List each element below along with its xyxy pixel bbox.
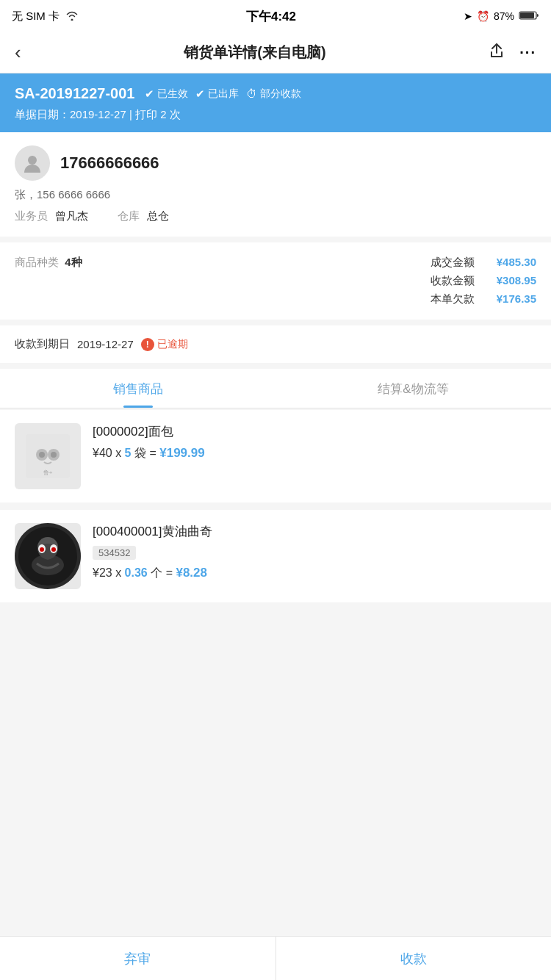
- status-badges: ✔ 已生效 ✔ 已出库 ⏱ 部分收款: [145, 87, 301, 101]
- tabs-row: 销售商品 结算&物流等: [0, 369, 551, 408]
- svg-point-7: [51, 452, 57, 458]
- check-icon-2: ✔: [195, 87, 205, 101]
- nav-actions: ···: [489, 43, 536, 62]
- collect-payment-button[interactable]: 收款: [276, 937, 552, 980]
- customer-details: 业务员 曾凡杰 仓库 总仓: [15, 209, 536, 223]
- order-number: SA-20191227-001: [15, 85, 134, 102]
- customer-contact: 张，156 6666 6666: [15, 188, 536, 202]
- product-sku-2: 534532: [93, 546, 136, 560]
- bottom-bar: 弃审 收款: [0, 936, 551, 980]
- received-row: 收款金额 ¥308.95: [431, 274, 536, 288]
- due-section: 收款到期日 2019-12-27 ! 已逾期: [0, 325, 551, 363]
- sales-detail: 业务员 曾凡杰: [15, 209, 88, 223]
- customer-section: 17666666666 张，156 6666 6666 业务员 曾凡杰 仓库 总…: [0, 132, 551, 237]
- check-icon-1: ✔: [145, 87, 154, 101]
- product-list: 鲁+ [0000002]面包 ¥40 x 5 袋 = ¥199.99: [0, 410, 551, 661]
- location-icon: ➤: [464, 10, 472, 22]
- status-badge-shipped: ✔ 已出库: [195, 87, 239, 101]
- product-total-1: ¥199.99: [159, 446, 204, 460]
- product-info-2: [000400001]黄油曲奇 534532 ¥23 x 0.36 个 = ¥8…: [93, 523, 536, 581]
- product-total-2: ¥8.28: [176, 566, 207, 580]
- stats-section: 商品种类 4种 成交金额 ¥485.30 收款金额 ¥308.95 本单欠款 ¥…: [0, 242, 551, 320]
- order-meta: 单据日期：2019-12-27 | 打印 2 次: [15, 108, 536, 122]
- svg-point-15: [51, 547, 56, 552]
- svg-point-6: [39, 452, 45, 458]
- sales-name: 曾凡杰: [55, 209, 88, 222]
- tab-settlement[interactable]: 结算&物流等: [276, 369, 551, 408]
- transaction-label: 成交金额: [431, 256, 475, 270]
- stats-left: 商品种类 4种: [15, 256, 82, 306]
- status-time: 下午4:42: [246, 8, 296, 25]
- customer-avatar: [15, 145, 50, 181]
- stats-right: 成交金额 ¥485.30 收款金额 ¥308.95 本单欠款 ¥176.35: [431, 256, 536, 306]
- alarm-icon: ⏰: [477, 10, 489, 22]
- sim-status: 无 SIM 卡: [12, 10, 60, 24]
- overdue-badge: ! 已逾期: [141, 338, 188, 351]
- product-item-2: [000400001]黄油曲奇 534532 ¥23 x 0.36 个 = ¥8…: [0, 510, 551, 602]
- product-thumbnail-2: [15, 523, 81, 589]
- svg-rect-1: [520, 12, 534, 18]
- product-price-1: ¥40 x 5 袋 = ¥199.99: [93, 446, 536, 461]
- transaction-value: ¥485.30: [497, 256, 536, 270]
- due-label: 收款到期日: [15, 337, 70, 351]
- status-badge-effective: ✔ 已生效: [145, 87, 188, 101]
- product-price-2: ¥23 x 0.36 个 = ¥8.28: [93, 566, 536, 581]
- svg-point-2: [28, 156, 37, 165]
- svg-text:鲁+: 鲁+: [43, 469, 53, 476]
- product-name-1: [0000002]面包: [93, 423, 536, 440]
- product-name-2: [000400001]黄油曲奇: [93, 523, 536, 540]
- wifi-icon: [65, 10, 79, 23]
- more-icon[interactable]: ···: [519, 44, 536, 61]
- received-value: ¥308.95: [497, 274, 536, 288]
- svg-point-14: [40, 547, 44, 552]
- customer-id: 17666666666: [60, 154, 159, 173]
- status-bar: 无 SIM 卡 下午4:42 ➤ ⏰ 87%: [0, 0, 551, 32]
- overdue-icon: !: [141, 338, 154, 351]
- debt-label: 本单欠款: [431, 292, 475, 306]
- product-qty-1: 5: [125, 447, 132, 459]
- product-type-count: 4种: [65, 256, 82, 268]
- order-header: SA-20191227-001 ✔ 已生效 ✔ 已出库 ⏱ 部分收款 单据日期：…: [0, 73, 551, 132]
- overdue-text: 已逾期: [157, 338, 188, 351]
- clock-icon: ⏱: [246, 87, 257, 100]
- debt-row: 本单欠款 ¥176.35: [431, 292, 536, 306]
- back-button[interactable]: ‹: [15, 41, 21, 64]
- transaction-row: 成交金额 ¥485.30: [431, 256, 536, 270]
- product-qty-2: 0.36: [125, 566, 148, 579]
- received-label: 收款金额: [431, 274, 475, 288]
- nav-bar: ‹ 销货单详情(来自电脑) ···: [0, 32, 551, 73]
- tabs-section: 销售商品 结算&物流等: [0, 369, 551, 408]
- share-icon[interactable]: [489, 43, 505, 62]
- status-right: ➤ ⏰ 87%: [464, 10, 539, 23]
- battery-icon: [519, 10, 539, 23]
- abandon-review-button[interactable]: 弃审: [0, 937, 276, 980]
- status-badge-partial: ⏱ 部分收款: [246, 87, 301, 101]
- debt-value: ¥176.35: [497, 292, 536, 306]
- warehouse-detail: 仓库 总仓: [118, 209, 169, 223]
- due-date: 2019-12-27: [77, 338, 134, 350]
- product-item: 鲁+ [0000002]面包 ¥40 x 5 袋 = ¥199.99: [0, 410, 551, 502]
- tab-sales-products[interactable]: 销售商品: [0, 369, 276, 408]
- status-left: 无 SIM 卡: [12, 10, 79, 24]
- warehouse-name: 总仓: [147, 209, 169, 222]
- battery-level: 87%: [494, 10, 514, 22]
- product-thumbnail-1: 鲁+: [15, 423, 81, 489]
- product-info-1: [0000002]面包 ¥40 x 5 袋 = ¥199.99: [93, 423, 536, 461]
- page-title: 销货单详情(来自电脑): [184, 43, 325, 62]
